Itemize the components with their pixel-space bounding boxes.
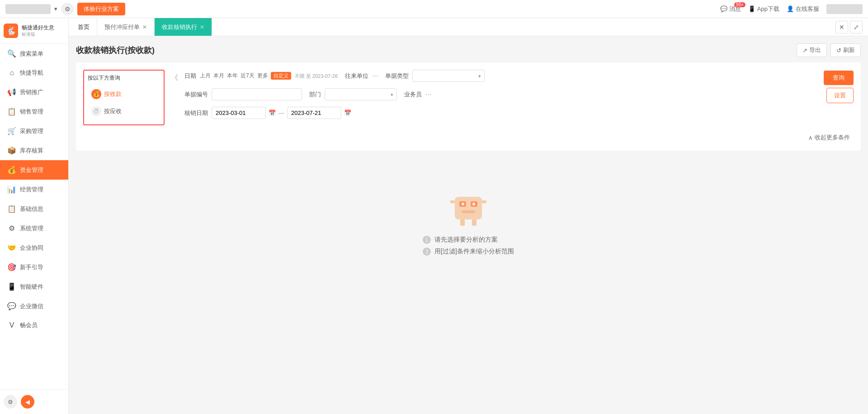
writeoff-date-end[interactable] (287, 107, 341, 119)
top-bar-left: ▾ ⚙ 体验行业方案 (5, 3, 720, 15)
tab-expand-btn[interactable]: ⤢ (850, 21, 863, 33)
tab-controls: ✕ ⤢ (835, 21, 866, 33)
tab-receipt-writeoff-close[interactable]: ✕ (200, 24, 204, 30)
date-link-thisyear[interactable]: 本年 (227, 72, 238, 80)
receivable-icon: ⏱ (91, 106, 101, 116)
sidebar-item-guide[interactable]: 🎯 新手引导 (0, 257, 68, 277)
message-badge: 99+ (734, 2, 745, 7)
marketing-icon: 📢 (7, 88, 16, 96)
online-service-button[interactable]: 👤 在线客服 (787, 5, 819, 13)
filter-option-by-receipt[interactable]: 💰 按收款 (88, 86, 160, 102)
staff-dots[interactable]: ··· (425, 90, 431, 99)
wechat-icon: 💬 (7, 302, 16, 310)
writeoff-cal-start-icon[interactable]: 📅 (269, 109, 276, 116)
date-hint: 不限 至 2023-07-26 (295, 73, 338, 80)
sidebar-item-wechat[interactable]: 💬 企业微信 (0, 296, 68, 316)
user-avatar[interactable] (826, 4, 863, 14)
filter-docno-field: 单据编号 (184, 88, 302, 100)
receipt-option-label: 按收款 (104, 90, 122, 98)
doctype-select-wrapper (412, 70, 485, 82)
tab-bar: 首页 预付冲应付单 ✕ 收款核销执行 ✕ ✕ ⤢ (69, 18, 868, 36)
svg-rect-0 (455, 197, 482, 219)
date-link-thismonth[interactable]: 本月 (213, 72, 224, 80)
svg-rect-6 (460, 219, 465, 226)
sidebar-item-marketing[interactable]: 📢 营销推广 (0, 82, 68, 102)
tab-home-label: 首页 (78, 23, 90, 31)
sidebar: 🐇 畅捷通好生意 标准版 🔍 搜索菜单⌂ 快捷导航📢 营销推广📋 销售管理🛒 (0, 18, 69, 414)
tab-receipt-writeoff[interactable]: 收款核销执行 ✕ (155, 18, 212, 36)
sidebar-item-search-menu[interactable]: 🔍 搜索菜单 (0, 44, 68, 63)
app-download-button[interactable]: 📱 App下载 (748, 5, 779, 13)
sidebar-item-hardware[interactable]: 📱 智能硬件 (0, 277, 68, 296)
page-title: 收款核销执行(按收款) (76, 45, 155, 56)
staff-label: 业务员 (404, 90, 422, 99)
search-button[interactable]: 查询 (824, 71, 854, 85)
operations-label: 经营管理 (20, 186, 43, 194)
export-label: 导出 (809, 46, 821, 54)
sidebar-item-sales[interactable]: 📋 销售管理 (0, 102, 68, 121)
tab-close-btn[interactable]: ✕ (835, 21, 848, 33)
sidebar-item-finance[interactable]: 💰 资金管理 (0, 160, 68, 180)
sidebar-item-quick-nav[interactable]: ⌂ 快捷导航 (0, 63, 68, 82)
logo-icon: 🐇 (4, 24, 18, 38)
tab-prepay[interactable]: 预付冲应付单 ✕ (97, 18, 155, 36)
writeoff-date-range: 📅 — 📅 (212, 107, 351, 119)
filter-row-3: 核销日期 📅 — 📅 (184, 107, 818, 119)
logo-text-block: 畅捷通好生意 标准版 (22, 24, 54, 38)
guide-label: 新手引导 (20, 263, 43, 271)
dept-select[interactable] (325, 88, 397, 100)
sidebar-item-purchase[interactable]: 🛒 采购管理 (0, 121, 68, 141)
sidebar-item-enterprise[interactable]: 🤝 企业协同 (0, 238, 68, 257)
filter-fields-main: 日期 上月 本月 本年 近7天 更多 自定义 不 (184, 70, 818, 125)
date-link-7days[interactable]: 近7天 (241, 72, 255, 80)
hardware-icon: 📱 (7, 282, 16, 291)
app-logo (5, 4, 51, 14)
settings-button[interactable]: 设置 (826, 88, 854, 103)
sidebar-item-member[interactable]: V 畅会员 (0, 316, 68, 335)
tab-prepay-label: 预付冲应付单 (104, 23, 140, 31)
refresh-button[interactable]: ↺ 刷新 (830, 43, 861, 57)
filter-query-box: 按以下方查询 💰 按收款 ⏱ 按应收 (83, 70, 165, 125)
filter-staff-field: 业务员 ··· (404, 90, 431, 99)
date-custom-tag[interactable]: 自定义 (271, 72, 291, 80)
sidebar-item-system[interactable]: ⚙ 系统管理 (0, 219, 68, 238)
message-button[interactable]: 💬 消息 99+ (720, 5, 741, 13)
writeoff-date-label: 核销日期 (184, 109, 208, 117)
solution-button[interactable]: 体验行业方案 (77, 3, 125, 15)
sidebar-item-basic-info[interactable]: 📋 基础信息 (0, 199, 68, 219)
refresh-label: 刷新 (843, 46, 855, 54)
settings-icon[interactable]: ⚙ (61, 3, 74, 15)
partner-dots[interactable]: ··· (372, 72, 378, 80)
tab-home[interactable]: 首页 (71, 18, 97, 36)
filter-option-by-receivable[interactable]: ⏱ 按应收 (88, 104, 160, 119)
more-conditions-button[interactable]: ∧ 收起更多条件 (805, 132, 854, 143)
filter-query-title: 按以下方查询 (88, 74, 160, 82)
inventory-label: 库存核算 (20, 147, 43, 155)
sidebar-collapse-button[interactable]: ◀ (21, 395, 34, 409)
empty-tip-1: 1 请先选择要分析的方案 (423, 236, 514, 244)
page-header: 收款核销执行(按收款) ↗ 导出 ↺ 刷新 (76, 43, 861, 57)
sidebar-gear-button[interactable]: ⚙ (4, 395, 17, 409)
sidebar-item-operations[interactable]: 📊 经营管理 (0, 180, 68, 199)
operations-icon: 📊 (7, 185, 16, 194)
writeoff-cal-end-icon[interactable]: 📅 (344, 109, 351, 116)
export-button[interactable]: ↗ 导出 (797, 43, 827, 57)
sidebar-item-inventory[interactable]: 📦 库存核算 (0, 141, 68, 160)
date-link-lastmonth[interactable]: 上月 (200, 72, 211, 80)
hardware-label: 智能硬件 (20, 283, 43, 291)
svg-rect-3 (462, 210, 475, 213)
sidebar-menu: 🔍 搜索菜单⌂ 快捷导航📢 营销推广📋 销售管理🛒 采购管理📦 库存核算💰 资金… (0, 44, 68, 389)
top-bar: ▾ ⚙ 体验行业方案 💬 消息 99+ 📱 App下载 👤 在线客服 (0, 0, 868, 18)
filter-collapse-btn[interactable]: 《 (170, 70, 179, 143)
date-link-more[interactable]: 更多 (257, 72, 268, 80)
docno-input[interactable] (212, 88, 302, 100)
doctype-select[interactable] (412, 70, 485, 82)
main-layout: 🐇 畅捷通好生意 标准版 🔍 搜索菜单⌂ 快捷导航📢 营销推广📋 销售管理🛒 (0, 18, 868, 414)
empty-state: 1 请先选择要分析的方案 2 用[过滤]条件来缩小分析范围 (76, 156, 861, 286)
filter-row-1: 日期 上月 本月 本年 近7天 更多 自定义 不 (184, 70, 818, 82)
writeoff-date-start[interactable] (212, 107, 266, 119)
tip-num-2: 2 (423, 247, 431, 256)
dropdown-arrow[interactable]: ▾ (54, 5, 57, 12)
purchase-icon: 🛒 (7, 127, 16, 135)
tab-prepay-close[interactable]: ✕ (142, 24, 147, 30)
